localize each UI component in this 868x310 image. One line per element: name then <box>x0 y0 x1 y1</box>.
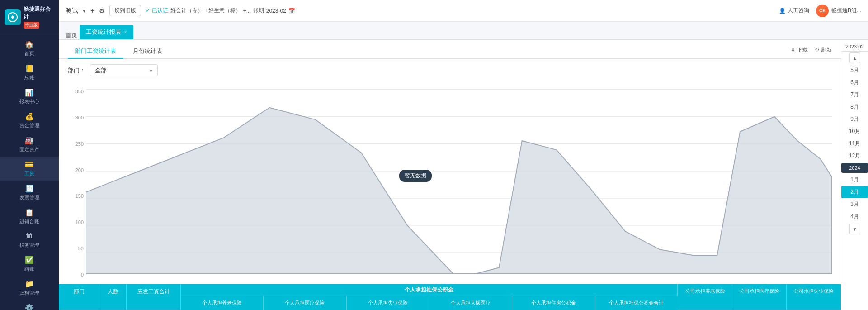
date-item-feb-active[interactable]: 2月 <box>841 186 868 198</box>
download-icon: ⬇ <box>791 47 795 53</box>
sidebar-item-settings[interactable]: ⚙️ 设置 <box>0 300 59 310</box>
service-button[interactable]: 👤 人工咨询 <box>779 7 809 14</box>
sidebar-item-label: 工资 <box>24 170 34 177</box>
funds-icon: 💰 <box>25 112 34 121</box>
add-icon: + <box>90 7 94 15</box>
period-value: 2023-02 <box>266 8 286 14</box>
th-department: 部门 <box>59 284 99 310</box>
chart-svg-wrapper: 暂无数据 <box>86 86 832 280</box>
date-item-may[interactable]: 5月 <box>841 64 868 76</box>
tab-close-icon[interactable]: × <box>124 29 127 35</box>
sidebar-item-label: 进销台账 <box>19 218 39 225</box>
chart-svg <box>86 86 832 280</box>
user-profile[interactable]: CE 畅捷通B组... <box>816 5 861 17</box>
reports-icon: 📊 <box>25 88 34 97</box>
th-personal-medical: 个人承担医疗保险 <box>264 296 346 310</box>
sidebar-item-label: 税务管理 <box>19 242 39 248</box>
date-year-marker-2024: 2024 <box>841 163 868 173</box>
y-label-200: 200 <box>68 167 86 173</box>
date-item-apr[interactable]: 4月 <box>841 210 868 223</box>
sidebar-item-invoice[interactable]: 🧾 发票管理 <box>0 181 59 205</box>
download-button[interactable]: ⬇ 下载 <box>791 46 808 54</box>
filter-bar: 部门： 全部 财务部 销售部 技术部 <box>59 59 841 82</box>
sales-icon: 📋 <box>25 208 34 217</box>
th-personal-unemployment: 个人承担失业保险 <box>347 296 429 310</box>
date-item-dec[interactable]: 12月 <box>841 150 868 162</box>
calendar-icon[interactable]: 📅 <box>288 8 295 14</box>
date-year-label: 2023.02 <box>841 42 868 52</box>
th-total-salary: 应发工资合计 <box>127 284 181 310</box>
date-item-nov[interactable]: 11月 <box>841 138 868 150</box>
sidebar-item-tax[interactable]: 🏛 税务管理 <box>0 229 59 252</box>
sidebar-item-home[interactable]: 🏠 首页 <box>0 37 59 61</box>
sidebar-item-settlement[interactable]: ✅ 结账 <box>0 252 59 276</box>
sidebar-item-label: 归档管理 <box>19 290 39 296</box>
filter-label: 部门： <box>68 67 85 75</box>
sidebar-item-sales[interactable]: 📋 进销台账 <box>0 205 59 229</box>
date-down-button[interactable]: ▼ <box>849 224 860 234</box>
tab-salary-report[interactable]: 工资统计报表 × <box>80 25 133 39</box>
refresh-button[interactable]: ↻ 刷新 <box>815 46 832 54</box>
tab-bar: 首页 工资统计报表 × <box>59 22 868 40</box>
archive-icon: 📁 <box>25 280 34 288</box>
topbar-tags: ✓ 已认证 好会计（专） +好生意（标） +... 账期 2023-02 📅 <box>146 7 295 14</box>
topbar-dropdown[interactable]: ▾ <box>83 7 86 14</box>
sidebar-item-label: 报表中心 <box>19 98 39 105</box>
sidebar-item-label: 结账 <box>24 266 34 272</box>
biz-tag: +好生意（标） <box>205 7 241 14</box>
add-button[interactable]: + <box>90 7 94 15</box>
y-label-250: 250 <box>68 141 86 147</box>
date-item-aug[interactable]: 8月 <box>841 101 868 113</box>
th-company-medical: 公司承担医疗保险 <box>732 284 787 310</box>
tax-icon: 🏛 <box>26 232 33 240</box>
chart-area: 350 300 250 200 150 100 50 0 <box>59 82 841 284</box>
th-personal-total: 个人承担社保公积金合计 <box>595 296 678 310</box>
switch-version-button[interactable]: 切到旧版 <box>109 5 141 16</box>
dropdown-icon: ▾ <box>83 7 86 14</box>
page-content: 部门工资统计表 月份统计表 ⬇ 下载 ↻ 刷新 部门： <box>59 40 868 310</box>
sidebar-item-label: 固定资产 <box>19 146 39 153</box>
th-personal-major-medical: 个人承担大额医疗 <box>429 296 512 310</box>
home-icon: 🏠 <box>25 40 34 49</box>
app-logo: 畅捷通好会计 专业版 <box>0 0 59 34</box>
date-up-button[interactable]: ▲ <box>849 52 860 63</box>
sidebar-item-ledger[interactable]: 📒 总账 <box>0 61 59 85</box>
sidebar-item-label: 总账 <box>24 74 34 81</box>
service-label: 人工咨询 <box>788 7 809 14</box>
topbar-settings-button[interactable]: ⚙ <box>99 7 105 14</box>
salary-icon: 💳 <box>25 160 34 169</box>
sidebar-item-reports[interactable]: 📊 报表中心 <box>0 85 59 109</box>
sidebar-item-assets[interactable]: 🏭 固定资产 <box>0 133 59 157</box>
y-label-150: 150 <box>68 193 86 199</box>
sidebar-item-funds[interactable]: 💰 资金管理 <box>0 109 59 133</box>
tab-monthly[interactable]: 月份统计表 <box>126 44 170 59</box>
tab-department[interactable]: 部门工资统计表 <box>68 44 123 59</box>
y-label-300: 300 <box>68 115 86 120</box>
date-item-jan[interactable]: 1月 <box>841 174 868 186</box>
table-header-row: 部门 人数 应发工资合计 个人承担社保公积金 <box>59 284 841 310</box>
sidebar-item-label: 首页 <box>24 50 34 57</box>
department-select[interactable]: 全部 财务部 销售部 技术部 <box>90 64 158 76</box>
date-item-oct[interactable]: 10月 <box>841 125 868 138</box>
topbar-settings-icon: ⚙ <box>99 7 105 14</box>
date-item-mar[interactable]: 3月 <box>841 198 868 210</box>
main-content: 测试 ▾ + ⚙ 切到旧版 ✓ 已认证 好会计（专） +好生意（标） +... … <box>59 0 868 310</box>
sidebar-item-archive[interactable]: 📁 归档管理 <box>0 276 59 300</box>
y-label-100: 100 <box>68 219 86 225</box>
chart-container: 350 300 250 200 150 100 50 0 <box>68 86 832 280</box>
user-name: 畅捷通B组... <box>831 7 861 14</box>
refresh-icon: ↻ <box>815 47 819 53</box>
date-item-jun[interactable]: 6月 <box>841 76 868 89</box>
department-select-wrapper: 全部 财务部 销售部 技术部 <box>90 64 158 76</box>
app-badge: 专业版 <box>24 22 39 29</box>
inner-content: 部门工资统计表 月份统计表 ⬇ 下载 ↻ 刷新 部门： <box>59 40 841 310</box>
th-personal-pension: 个人承担养老保险 <box>181 296 264 310</box>
settlement-icon: ✅ <box>25 256 34 264</box>
topbar-title: 测试 <box>66 7 78 15</box>
tab-home[interactable]: 首页 <box>66 31 77 39</box>
period-label: 账期 <box>253 7 264 14</box>
date-item-sep[interactable]: 9月 <box>841 113 868 125</box>
avatar: CE <box>816 5 829 17</box>
date-item-jul[interactable]: 7月 <box>841 89 868 101</box>
sidebar-item-salary[interactable]: 💳 工资 <box>0 157 59 181</box>
